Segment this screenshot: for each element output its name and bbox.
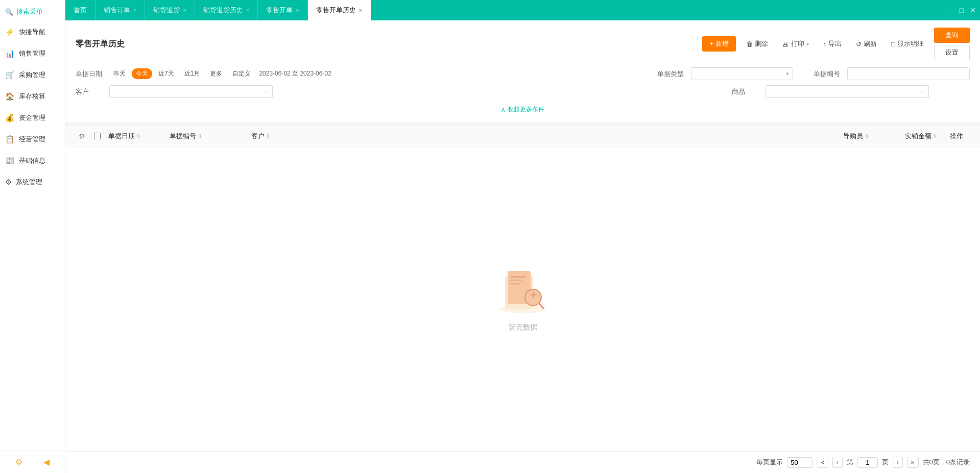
date-btn-yesterday[interactable]: 昨天 <box>109 68 130 79</box>
query-button[interactable]: 查询 <box>934 28 970 43</box>
date-btn-7days[interactable]: 近7天 <box>154 68 178 79</box>
th-action: 操作 <box>941 132 972 141</box>
tab-sales-order-close[interactable]: × <box>133 8 136 13</box>
th-checkbox[interactable] <box>90 133 104 139</box>
tab-retail-open[interactable]: 零售开单 × <box>258 0 307 20</box>
th-amount-label: 实销金额 <box>905 132 931 141</box>
empty-state: 暂无数据 <box>65 146 980 451</box>
date-btn-today[interactable]: 今天 <box>132 68 152 79</box>
tab-home[interactable]: 首页 <box>65 0 95 20</box>
sidebar: 🔍 搜索采单 ⚡ 快捷导航 📊 销售管理 🛒 采购管理 🏠 库存核算 💰 资金管… <box>0 0 65 473</box>
goods-input[interactable] <box>766 85 929 98</box>
bill-type-label: 单据类型 <box>657 69 687 79</box>
quick-nav-icon: ⚡ <box>5 28 15 37</box>
tab-sales-order[interactable]: 销售订单 × <box>95 0 145 20</box>
th-salesman-sort[interactable]: ⇅ <box>865 133 869 139</box>
tab-sales-return[interactable]: 销货退货 × <box>145 0 195 20</box>
display-detail-button[interactable]: □ 显示明细 <box>887 37 928 51</box>
th-date-sort[interactable]: ⇅ <box>136 133 140 139</box>
print-icon: 🖨 <box>782 40 789 48</box>
tab-sales-return-history-close[interactable]: × <box>246 8 249 13</box>
th-customer: 客户 ⇅ <box>247 132 839 141</box>
th-amount: 实销金额 ⇅ <box>890 132 941 141</box>
bill-no-input[interactable] <box>847 67 970 80</box>
tab-sales-order-label: 销售订单 <box>104 6 130 15</box>
export-label: 导出 <box>828 39 842 48</box>
collapse-row: ∧ 收起更多条件 <box>76 103 970 117</box>
empty-illustration <box>492 266 554 317</box>
footer-settings-icon[interactable]: ⚙ <box>15 457 22 467</box>
next-page-btn[interactable]: › <box>893 457 903 468</box>
sidebar-item-inventory[interactable]: 🏠 库存核算 <box>0 86 65 107</box>
tab-retail-history-label: 零售开单历史 <box>316 6 356 15</box>
th-date: 单据日期 ⇅ <box>104 132 165 141</box>
sidebar-item-purchase-mgmt[interactable]: 🛒 采购管理 <box>0 64 65 86</box>
print-chevron: ▾ <box>806 41 809 47</box>
print-button[interactable]: 🖨 打印 ▾ <box>778 37 813 51</box>
page-size-select[interactable]: 50 10 20 100 <box>787 457 812 468</box>
delete-button[interactable]: 🗑 删除 <box>742 37 772 51</box>
sidebar-item-sys-mgmt[interactable]: ⚙ 系统管理 <box>0 171 65 193</box>
th-action-label: 操作 <box>950 132 963 141</box>
svg-rect-4 <box>510 280 522 281</box>
tab-home-label: 首页 <box>74 6 87 15</box>
th-date-label: 单据日期 <box>108 132 135 141</box>
date-buttons: 昨天 今天 近7天 近1月 更多 自定义 2023-06-02 至 2023-0… <box>109 68 331 79</box>
th-billno-sort[interactable]: ⇅ <box>198 133 202 139</box>
date-btn-more[interactable]: 更多 <box>206 68 226 79</box>
close-btn-win[interactable]: ✕ <box>970 6 976 14</box>
tab-sales-return-close[interactable]: × <box>183 8 186 13</box>
window-controls: — □ ✕ <box>946 6 980 14</box>
footer-collapse-icon[interactable]: ◀ <box>43 457 50 467</box>
sidebar-item-finance[interactable]: 💰 资金管理 <box>0 107 65 129</box>
date-btn-1month[interactable]: 近1月 <box>180 68 204 79</box>
refresh-icon: ↺ <box>856 40 862 48</box>
table-settings-btn[interactable]: ⚙ <box>77 130 87 142</box>
bill-type-select[interactable] <box>691 67 793 80</box>
setting-button[interactable]: 设置 <box>934 45 970 60</box>
sidebar-item-quick-nav[interactable]: ⚡ 快捷导航 <box>0 21 65 43</box>
customer-input-wrap: ··· <box>109 85 273 98</box>
sidebar-item-basic-info[interactable]: 📰 基础信息 <box>0 150 65 171</box>
th-customer-sort[interactable]: ⇅ <box>266 133 270 139</box>
sidebar-item-sales-mgmt[interactable]: 📊 销售管理 <box>0 43 65 64</box>
collapse-label: 收起更多条件 <box>508 105 544 114</box>
th-salesman: 导购员 ⇅ <box>839 132 890 141</box>
sidebar-item-label: 经营管理 <box>19 135 45 144</box>
filter-area: 单据日期 昨天 今天 近7天 近1月 更多 自定义 2023-06-02 至 2… <box>65 67 980 122</box>
sidebar-item-label: 基础信息 <box>19 156 45 165</box>
tab-retail-history[interactable]: 零售开单历史 × <box>308 0 371 20</box>
page-number-input[interactable]: 1 <box>857 457 878 468</box>
maximize-btn[interactable]: □ <box>960 6 964 14</box>
tab-retail-open-close[interactable]: × <box>296 8 299 13</box>
tab-sales-return-history[interactable]: 销货退货历史 × <box>195 0 258 20</box>
customer-input[interactable] <box>109 85 273 98</box>
th-billno: 单据编号 ⇅ <box>165 132 247 141</box>
bill-type-select-wrap: ▾ <box>691 67 793 80</box>
prev-page-btn[interactable]: ‹ <box>832 457 843 468</box>
select-all-checkbox[interactable] <box>94 133 101 139</box>
sidebar-item-operations[interactable]: 📋 经营管理 <box>0 129 65 150</box>
last-page-btn[interactable]: » <box>907 457 919 468</box>
collapse-button[interactable]: ∧ 收起更多条件 <box>501 105 544 114</box>
sidebar-search[interactable]: 🔍 搜索采单 <box>0 0 65 21</box>
tab-retail-history-close[interactable]: × <box>359 8 362 13</box>
date-range: 2023-06-02 至 2023-06-02 <box>259 69 331 78</box>
minimize-btn[interactable]: — <box>946 6 953 14</box>
first-page-btn[interactable]: « <box>817 457 828 468</box>
finance-icon: 💰 <box>5 113 15 122</box>
content-area: 零售开单历史 + 新增 🗑 删除 🖨 打印 ▾ ↑ 导出 <box>65 20 980 473</box>
sales-mgmt-icon: 📊 <box>5 49 15 58</box>
date-btn-custom[interactable]: 自定义 <box>228 68 255 79</box>
export-button[interactable]: ↑ 导出 <box>819 37 846 51</box>
bill-no-input-wrap <box>847 67 970 80</box>
sidebar-item-label: 采购管理 <box>19 70 45 80</box>
customer-label: 客户 <box>76 87 105 96</box>
pagination: 每页显示 50 10 20 100 « ‹ 第 1 页 › » 共0页，0条记录 <box>65 451 980 473</box>
th-customer-label: 客户 <box>251 132 265 141</box>
refresh-button[interactable]: ↺ 刷新 <box>852 37 881 51</box>
add-button[interactable]: + 新增 <box>702 36 735 52</box>
display-detail-label: 显示明细 <box>897 39 924 48</box>
th-amount-sort[interactable]: ⇅ <box>933 133 937 139</box>
operations-icon: 📋 <box>5 135 15 144</box>
